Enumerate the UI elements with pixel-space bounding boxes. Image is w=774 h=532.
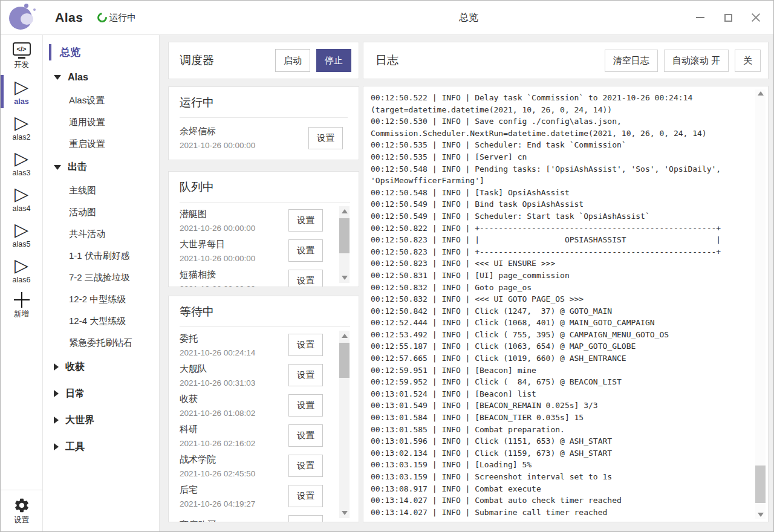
minimize-icon — [696, 17, 704, 18]
task-setting-button[interactable]: 设置 — [288, 515, 323, 522]
task-setting-button[interactable]: 设置 — [308, 127, 343, 149]
sidebar-item-alas5[interactable]: ▷ alas5 — [1, 216, 42, 252]
task-time: 2021-10-26 00:00:00 — [180, 254, 255, 263]
log-scrollbar[interactable] — [755, 89, 766, 519]
sidebar-item-dev[interactable]: </> 开发 — [1, 38, 42, 74]
task-row: 战术学院 2021-10-26 02:45:50 设置 — [180, 450, 323, 481]
close-button[interactable] — [742, 1, 770, 34]
nav-item-overview[interactable]: 总览 — [43, 40, 159, 65]
task-row: 后宅 2021-10-26 04:19:27 设置 — [180, 481, 323, 511]
task-time: 2021-10-26 00:00:00 — [180, 284, 255, 287]
task-name: 收获 — [180, 394, 255, 405]
task-setting-button[interactable]: 设置 — [288, 485, 323, 507]
nav-item-12-4-leveling[interactable]: 12-4 大型练级 — [43, 310, 159, 332]
task-setting-button[interactable]: 设置 — [288, 424, 323, 447]
nav-group-alas[interactable]: Alas — [43, 65, 159, 89]
scroll-up-icon[interactable] — [758, 91, 764, 96]
sidebar-item-alas4[interactable]: ▷ alas4 — [1, 181, 42, 216]
play-icon: ▷ — [15, 185, 28, 203]
scroll-up-icon[interactable] — [342, 334, 348, 338]
monitor-stand-icon — [18, 57, 25, 59]
nav-item-1-1-affection[interactable]: 1-1 伏击刷好感 — [43, 245, 159, 267]
scrollbar-thumb[interactable] — [755, 465, 766, 503]
scroll-down-icon[interactable] — [758, 513, 764, 517]
scrollbar[interactable] — [339, 206, 350, 283]
nav-menu: 总览 Alas Alas设置 通用设置 重启设置 出击 主线图 活动图 共斗活动… — [43, 35, 160, 531]
task-setting-button[interactable]: 设置 — [288, 334, 323, 356]
task-name: 委托 — [180, 333, 255, 345]
task-time: 2021-10-26 04:19:27 — [180, 499, 255, 508]
clear-log-button[interactable]: 清空日志 — [605, 50, 658, 72]
task-row: 收获 2021-10-26 01:08:02 设置 — [180, 390, 323, 420]
task-setting-button[interactable]: 设置 — [288, 455, 323, 477]
nav-item-main-map[interactable]: 主线图 — [43, 180, 159, 201]
scroll-down-icon[interactable] — [342, 511, 348, 515]
sidebar-item-alas[interactable]: ▷ alas — [1, 74, 42, 109]
nav-group-reward[interactable]: 收获 — [43, 354, 159, 380]
sidebar-item-alas6[interactable]: ▷ alas6 — [1, 252, 42, 288]
nav-item-coalition[interactable]: 共斗活动 — [43, 223, 159, 245]
nav-group-tools[interactable]: 工具 — [43, 433, 159, 460]
log-header: 日志 清空日志 自动滚动 开 关 — [363, 42, 769, 79]
nav-item-event-map[interactable]: 活动图 — [43, 201, 159, 223]
scroll-up-icon[interactable] — [342, 209, 348, 213]
log-panel: 00:12:50.522 | INFO | Delay task `Commis… — [363, 86, 769, 522]
nav-group-daily[interactable]: 日常 — [43, 380, 159, 407]
log-switch-button[interactable]: 关 — [735, 50, 761, 72]
maximize-button[interactable] — [714, 1, 742, 34]
log-title: 日志 — [376, 53, 398, 68]
nav-item-12-2-leveling[interactable]: 12-2 中型练级 — [43, 288, 159, 310]
scrollbar[interactable] — [339, 331, 350, 518]
sidebar-item-alas2[interactable]: ▷ alas2 — [1, 109, 42, 145]
queued-title: 队列中 — [180, 180, 350, 203]
stop-button[interactable]: 停止 — [316, 49, 351, 72]
task-setting-button[interactable]: 设置 — [288, 270, 323, 287]
waiting-card: 等待中 委托 2021-10-26 00:24:14 设置 — [168, 296, 359, 522]
alas-logo-icon — [8, 3, 37, 32]
nav-group-opsi[interactable]: 大世界 — [43, 407, 159, 433]
waiting-title: 等待中 — [180, 304, 350, 327]
sidebar-item-add[interactable]: 新增 — [1, 288, 42, 323]
task-name: 商店购买 — [180, 519, 216, 522]
close-icon — [751, 13, 761, 22]
autoscroll-toggle-button[interactable]: 自动滚动 开 — [664, 50, 729, 72]
task-name: 短猫相接 — [180, 269, 255, 281]
app-title: Alas — [55, 10, 83, 25]
scheduler-title: 调度器 — [180, 53, 214, 68]
task-name: 科研 — [180, 424, 255, 435]
minimize-button[interactable] — [686, 1, 714, 34]
nav-item-urgent-commission[interactable]: 紧急委托刷钻石 — [43, 332, 159, 354]
task-setting-button[interactable]: 设置 — [288, 394, 323, 417]
play-icon: ▷ — [15, 256, 28, 274]
nav-item-restart-settings[interactable]: 重启设置 — [43, 133, 159, 155]
task-time: 2021-10-26 00:00:00 — [180, 224, 255, 233]
scroll-down-icon[interactable] — [342, 276, 348, 280]
nav-item-general-settings[interactable]: 通用设置 — [43, 111, 159, 133]
sidebar-item-alas3[interactable]: ▷ alas3 — [1, 145, 42, 181]
nav-item-7-2-scrap[interactable]: 7-2 三战捡垃圾 — [43, 267, 159, 288]
sidebar-item-settings[interactable]: 设置 — [1, 490, 42, 531]
task-row: 商店购买 设置 — [180, 511, 323, 522]
start-button[interactable]: 启动 — [275, 49, 310, 72]
task-setting-button[interactable]: 设置 — [288, 239, 323, 262]
task-setting-button[interactable]: 设置 — [288, 209, 323, 232]
nav-group-sortie[interactable]: 出击 — [43, 155, 159, 180]
task-name: 大舰队 — [180, 363, 255, 375]
plus-icon — [14, 292, 30, 308]
play-icon: ▷ — [15, 149, 28, 167]
maximize-icon — [724, 14, 732, 22]
scrollbar-thumb[interactable] — [339, 343, 350, 378]
task-time: 2021-10-26 00:31:03 — [180, 378, 255, 388]
titlebar: Alas 运行中 总览 — [1, 1, 773, 35]
nav-item-alas-settings[interactable]: Alas设置 — [43, 89, 159, 111]
chevron-down-icon — [54, 75, 61, 80]
play-icon: ▷ — [15, 78, 28, 96]
scrollbar-thumb[interactable] — [339, 218, 350, 253]
window-controls — [686, 1, 770, 34]
task-time: 2021-10-26 02:45:50 — [180, 469, 255, 478]
play-icon: ▷ — [15, 114, 28, 132]
gear-icon — [13, 497, 30, 514]
task-time: 2021-10-26 00:00:00 — [180, 141, 255, 150]
task-setting-button[interactable]: 设置 — [288, 364, 323, 386]
task-row: 科研 2021-10-26 02:16:02 设置 — [180, 420, 323, 450]
